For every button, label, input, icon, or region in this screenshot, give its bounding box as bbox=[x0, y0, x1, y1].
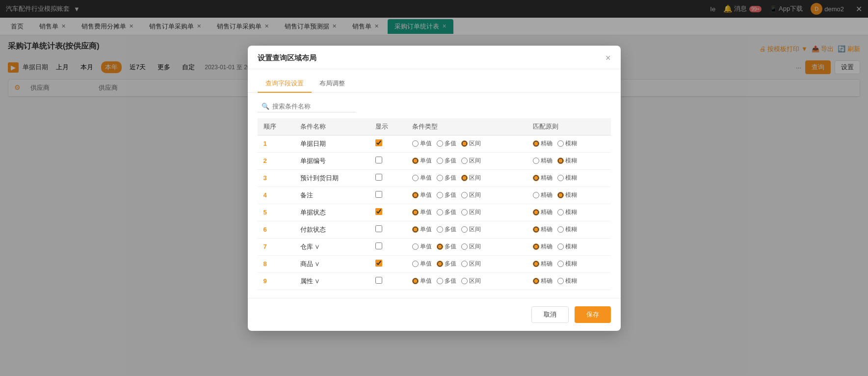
display-checkbox[interactable] bbox=[375, 191, 382, 198]
type-radio[interactable] bbox=[461, 209, 468, 215]
row-type-cell[interactable]: 单值多值区间 bbox=[406, 272, 527, 290]
type-radio[interactable] bbox=[412, 226, 419, 233]
type-radio[interactable] bbox=[437, 192, 443, 198]
display-checkbox[interactable] bbox=[375, 225, 382, 232]
row-type-cell[interactable]: 单值多值区间 bbox=[406, 169, 527, 187]
type-radio-label[interactable]: 区间 bbox=[461, 242, 481, 251]
row-match-cell[interactable]: 精确模糊 bbox=[527, 204, 611, 221]
type-radio[interactable] bbox=[412, 192, 419, 198]
type-radio-label[interactable]: 区间 bbox=[461, 157, 481, 165]
match-radio-label[interactable]: 模糊 bbox=[557, 157, 577, 165]
type-radio[interactable] bbox=[437, 243, 443, 250]
row-match-cell[interactable]: 精确模糊 bbox=[527, 255, 611, 272]
match-radio-label[interactable]: 模糊 bbox=[557, 191, 577, 199]
match-radio[interactable] bbox=[533, 261, 539, 267]
match-radio[interactable] bbox=[557, 175, 564, 181]
type-radio-label[interactable]: 单值 bbox=[412, 225, 432, 234]
match-radio[interactable] bbox=[557, 261, 564, 267]
match-radio-label[interactable]: 模糊 bbox=[557, 174, 577, 182]
row-match-cell[interactable]: 精确模糊 bbox=[527, 290, 611, 290]
type-radio-label[interactable]: 单值 bbox=[412, 277, 432, 285]
type-radio[interactable] bbox=[461, 192, 468, 198]
type-radio-label[interactable]: 区间 bbox=[461, 260, 481, 268]
display-checkbox[interactable] bbox=[375, 139, 382, 146]
type-radio[interactable] bbox=[437, 140, 443, 147]
match-radio-label[interactable]: 精确 bbox=[533, 139, 552, 148]
match-radio-label[interactable]: 模糊 bbox=[557, 139, 577, 148]
type-radio-label[interactable]: 多值 bbox=[437, 225, 456, 234]
dialog-tab-query-fields[interactable]: 查询字段设置 bbox=[258, 75, 312, 93]
row-match-cell[interactable]: 精确模糊 bbox=[527, 187, 611, 204]
row-display-cell[interactable] bbox=[369, 290, 406, 290]
type-radio-label[interactable]: 多值 bbox=[437, 208, 456, 216]
match-radio[interactable] bbox=[533, 175, 539, 181]
match-radio[interactable] bbox=[533, 243, 539, 250]
type-radio-label[interactable]: 区间 bbox=[461, 174, 481, 182]
type-radio-label[interactable]: 单值 bbox=[412, 139, 432, 148]
row-match-cell[interactable]: 精确模糊 bbox=[527, 238, 611, 255]
match-radio-label[interactable]: 模糊 bbox=[557, 242, 577, 251]
type-radio[interactable] bbox=[412, 278, 419, 284]
display-checkbox[interactable] bbox=[375, 260, 382, 267]
type-radio[interactable] bbox=[437, 209, 443, 215]
type-radio[interactable] bbox=[461, 278, 468, 284]
type-radio-label[interactable]: 单值 bbox=[412, 191, 432, 199]
type-radio-label[interactable]: 多值 bbox=[437, 174, 456, 182]
match-radio-label[interactable]: 模糊 bbox=[557, 277, 577, 285]
display-checkbox[interactable] bbox=[375, 242, 382, 249]
match-radio-label[interactable]: 精确 bbox=[533, 260, 552, 268]
type-radio[interactable] bbox=[461, 158, 468, 164]
match-radio[interactable] bbox=[533, 209, 539, 215]
config-table-scroll[interactable]: 顺序 条件名称 显示 条件类型 匹配原则 1单据日期单值多值区间精确模糊2单据编… bbox=[258, 118, 611, 290]
row-type-cell[interactable]: 单值多值区间 bbox=[406, 221, 527, 238]
type-radio-label[interactable]: 多值 bbox=[437, 191, 456, 199]
type-radio-label[interactable]: 区间 bbox=[461, 277, 481, 285]
row-display-cell[interactable] bbox=[369, 204, 406, 221]
row-display-cell[interactable] bbox=[369, 187, 406, 204]
row-type-cell[interactable]: 单值多值区间 bbox=[406, 187, 527, 204]
type-radio[interactable] bbox=[437, 175, 443, 181]
match-radio[interactable] bbox=[533, 158, 539, 164]
match-radio[interactable] bbox=[533, 192, 539, 198]
row-type-cell[interactable]: 单值多值区间 bbox=[406, 238, 527, 255]
type-radio[interactable] bbox=[437, 226, 443, 233]
row-match-cell[interactable]: 精确模糊 bbox=[527, 152, 611, 169]
type-radio-label[interactable]: 区间 bbox=[461, 139, 481, 148]
type-radio-label[interactable]: 区间 bbox=[461, 208, 481, 216]
row-type-cell[interactable]: 单值多值区间 bbox=[406, 135, 527, 152]
match-radio-label[interactable]: 模糊 bbox=[557, 208, 577, 216]
match-radio-label[interactable]: 精确 bbox=[533, 157, 552, 165]
match-radio-label[interactable]: 精确 bbox=[533, 191, 552, 199]
match-radio-label[interactable]: 精确 bbox=[533, 242, 552, 251]
match-radio-label[interactable]: 精确 bbox=[533, 277, 552, 285]
type-radio[interactable] bbox=[412, 158, 419, 164]
type-radio-label[interactable]: 多值 bbox=[437, 260, 456, 268]
row-match-cell[interactable]: 精确模糊 bbox=[527, 169, 611, 187]
match-radio[interactable] bbox=[557, 192, 564, 198]
type-radio-label[interactable]: 单值 bbox=[412, 174, 432, 182]
type-radio-label[interactable]: 单值 bbox=[412, 260, 432, 268]
search-input[interactable] bbox=[272, 103, 355, 110]
display-checkbox[interactable] bbox=[375, 174, 382, 181]
display-checkbox[interactable] bbox=[375, 277, 382, 284]
type-radio[interactable] bbox=[412, 209, 419, 215]
dialog-close-button[interactable]: × bbox=[605, 54, 611, 62]
dialog-tab-layout[interactable]: 布局调整 bbox=[312, 75, 353, 93]
match-radio[interactable] bbox=[533, 226, 539, 233]
type-radio-label[interactable]: 单值 bbox=[412, 208, 432, 216]
match-radio-label[interactable]: 精确 bbox=[533, 208, 552, 216]
type-radio[interactable] bbox=[437, 261, 443, 267]
row-display-cell[interactable] bbox=[369, 255, 406, 272]
type-radio[interactable] bbox=[412, 140, 419, 147]
row-type-cell[interactable]: 单值多值区间 bbox=[406, 204, 527, 221]
row-type-cell[interactable]: 单值多值区间 bbox=[406, 152, 527, 169]
type-radio-label[interactable]: 区间 bbox=[461, 225, 481, 234]
match-radio-label[interactable]: 模糊 bbox=[557, 225, 577, 234]
row-display-cell[interactable] bbox=[369, 135, 406, 152]
match-radio[interactable] bbox=[557, 226, 564, 233]
type-radio[interactable] bbox=[412, 243, 419, 250]
match-radio[interactable] bbox=[557, 278, 564, 284]
type-radio[interactable] bbox=[412, 175, 419, 181]
match-radio[interactable] bbox=[557, 140, 564, 147]
row-match-cell[interactable]: 精确模糊 bbox=[527, 272, 611, 290]
